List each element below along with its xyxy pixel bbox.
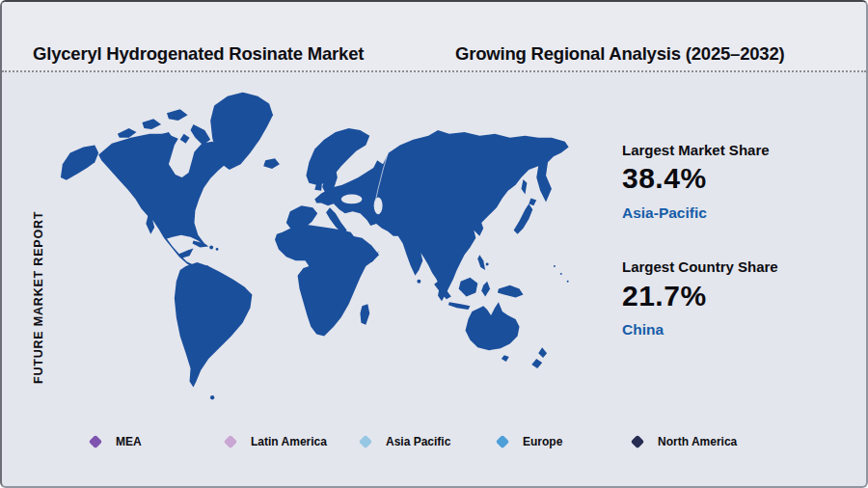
japan — [514, 203, 533, 233]
market-share-value: 38.4% — [622, 162, 707, 195]
hokkaido — [529, 198, 536, 205]
legend-item-latin-america: Latin America — [226, 433, 327, 450]
south-america — [175, 262, 253, 387]
page-title: Glyceryl Hydrogenated Rosinate Market — [33, 43, 364, 65]
legend-label: Europe — [523, 435, 562, 448]
latin-america-diamond-icon — [224, 435, 237, 448]
europe-diamond-icon — [496, 435, 509, 448]
stats-panel: Largest Market Share 38.4% Asia-Pacific … — [622, 2, 863, 426]
legend-item-mea: MEA — [91, 433, 142, 450]
country-share-region: China — [622, 321, 664, 339]
legend-item-asia-pacific: Asia Pacific — [361, 433, 450, 450]
pacific-island — [554, 265, 556, 267]
mea-diamond-icon — [89, 435, 102, 448]
legend-label: MEA — [116, 435, 142, 448]
new-zealand-north — [538, 347, 547, 358]
canadian-island — [167, 109, 188, 121]
tasmania — [502, 355, 509, 362]
sakhalin — [522, 179, 528, 195]
alaska — [61, 146, 98, 180]
market-share-region: Asia-Pacific — [622, 204, 707, 222]
asia-pacific-diamond-icon — [359, 435, 372, 448]
pacific-island — [567, 281, 569, 283]
canadian-island — [118, 128, 137, 138]
legend-label: North America — [658, 435, 737, 448]
new-guinea — [498, 285, 524, 298]
legend-item-europe: Europe — [498, 433, 562, 450]
north-america — [98, 134, 230, 271]
greenland — [210, 93, 273, 170]
baffin-island — [191, 124, 211, 146]
caspian-sea — [374, 198, 383, 215]
australia — [466, 302, 520, 350]
borneo — [459, 278, 478, 297]
landmasses — [61, 93, 569, 400]
java — [448, 302, 471, 310]
new-zealand-south — [531, 359, 542, 368]
brand-vertical-label: FUTURE MARKET REPORT — [32, 220, 45, 384]
infographic-card: Glyceryl Hydrogenated Rosinate Market Gr… — [0, 0, 868, 488]
legend-label: Asia Pacific — [386, 435, 450, 448]
legend-label: Latin America — [251, 435, 327, 448]
country-share-value: 21.7% — [622, 280, 707, 312]
sri-lanka — [417, 280, 420, 284]
canadian-island — [180, 134, 190, 144]
caribbean-island — [216, 248, 219, 251]
madagascar — [360, 304, 369, 325]
philippines — [477, 255, 485, 270]
legend-item-north-america: North America — [633, 433, 737, 450]
black-sea — [341, 195, 363, 204]
canadian-island — [142, 119, 161, 129]
philippine-island — [486, 263, 489, 266]
falkland-islands — [210, 395, 214, 399]
hispaniola — [209, 245, 213, 249]
country-share-label: Largest Country Share — [622, 258, 778, 275]
world-map — [55, 79, 605, 410]
pacific-island — [560, 273, 562, 275]
legend: MEA Latin America Asia Pacific Europe No… — [2, 433, 866, 452]
sulawesi — [481, 282, 490, 297]
market-share-label: Largest Market Share — [622, 142, 770, 158]
north-america-diamond-icon — [631, 435, 644, 448]
iceland — [263, 158, 280, 169]
